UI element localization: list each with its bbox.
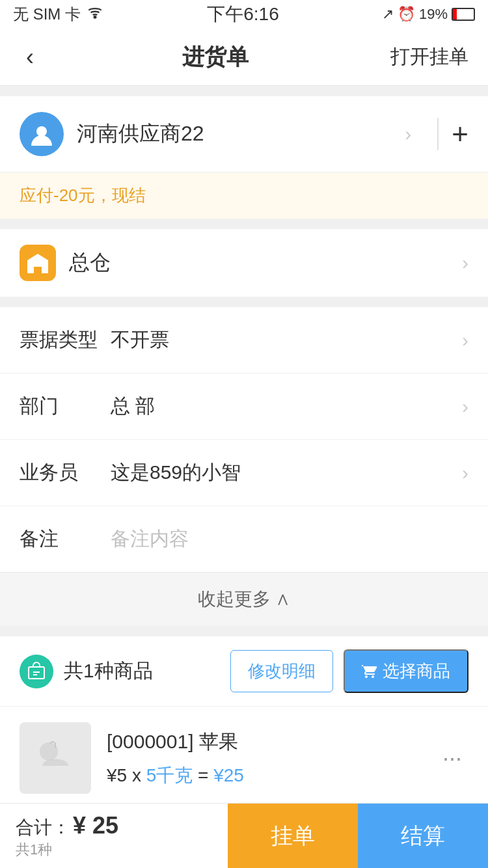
svg-point-0 [94, 16, 96, 18]
product-equals: = [198, 765, 213, 785]
section-gap-4 [0, 626, 488, 636]
product-title: 苹果 [199, 731, 238, 752]
product-total: ¥25 [213, 765, 244, 785]
form-row-salesperson[interactable]: 业务员 这是859的小智 › [0, 439, 488, 506]
product-thumbnail [20, 722, 91, 794]
section-gap-2 [0, 219, 488, 229]
status-bar-left: 无 SIM 卡 [13, 4, 104, 25]
edit-detail-button[interactable]: 修改明细 [230, 650, 333, 692]
carrier-text: 无 SIM 卡 [13, 4, 81, 25]
supplier-divider [437, 118, 439, 150]
battery-text: 19% [419, 6, 448, 23]
status-bar-right: ↗ ⏰ 19% [382, 6, 475, 23]
warehouse-row[interactable]: 总仓 › [0, 229, 488, 297]
department-value: 总 部 [111, 393, 462, 420]
collapse-label: 收起更多 ∧ [198, 587, 291, 612]
remark-label: 备注 [20, 526, 111, 552]
product-info: [0000001] 苹果 ¥5 x 5千克 = ¥25 [107, 729, 436, 788]
product-price-row: ¥5 x 5千克 = ¥25 [107, 763, 436, 788]
warehouse-chevron-icon: › [462, 252, 468, 274]
total-count: 共1种 [16, 840, 212, 860]
supplier-chevron-icon: › [405, 123, 411, 145]
supplier-name: 河南供应商22 [77, 120, 405, 148]
product-unit-price: ¥5 [107, 765, 127, 785]
total-section: 合计： ¥ 25 共1种 [0, 804, 228, 868]
svg-point-1 [36, 126, 47, 137]
warehouse-icon [20, 245, 56, 281]
product-code: [0000001] [107, 731, 193, 752]
department-label: 部门 [20, 393, 111, 420]
warehouse-section[interactable]: 总仓 › [0, 229, 488, 297]
total-amount: ¥ 25 [73, 812, 118, 839]
salesperson-value: 这是859的小智 [111, 459, 462, 486]
department-chevron-icon: › [462, 396, 468, 418]
ticket-value: 不开票 [111, 327, 462, 353]
products-icon [20, 655, 53, 688]
products-header: 共1种商品 修改明细 选择商品 [0, 636, 488, 706]
form-row-ticket[interactable]: 票据类型 不开票 › [0, 307, 488, 373]
battery-icon [452, 8, 475, 21]
product-multiply: x [132, 765, 146, 785]
product-name: [0000001] 苹果 [107, 729, 436, 755]
supplier-row[interactable]: 河南供应商22 › + [0, 96, 488, 172]
form-row-remark[interactable]: 备注 备注内容 [0, 506, 488, 572]
remark-input[interactable]: 备注内容 [111, 526, 468, 552]
salesperson-label: 业务员 [20, 459, 111, 486]
collapse-button[interactable]: 收起更多 ∧ [0, 572, 488, 626]
nav-bar: ‹ 进货单 打开挂单 [0, 29, 488, 86]
form-row-department[interactable]: 部门 总 部 › [0, 373, 488, 439]
ticket-label: 票据类型 [20, 327, 111, 353]
select-product-label: 选择商品 [383, 660, 450, 683]
supplier-avatar [20, 112, 64, 156]
ticket-chevron-icon: › [462, 329, 468, 351]
select-product-button[interactable]: 选择商品 [344, 649, 468, 693]
wifi-icon [86, 5, 104, 23]
checkout-button[interactable]: 结算 [358, 804, 488, 868]
section-gap-3 [0, 297, 488, 307]
product-qty: 5千克 [146, 765, 193, 785]
salesperson-chevron-icon: › [462, 462, 468, 484]
products-count: 共1种商品 [64, 658, 230, 685]
product-item: [0000001] 苹果 ¥5 x 5千克 = ¥25 ··· [0, 706, 488, 809]
payment-notice: 应付-20元，现结 [0, 172, 488, 219]
page-title: 进货单 [182, 42, 249, 72]
section-gap-1 [0, 86, 488, 96]
bottom-bar: 合计： ¥ 25 共1种 挂单 结算 [0, 803, 488, 868]
warehouse-name: 总仓 [69, 249, 462, 277]
status-bar: 无 SIM 卡 下午6:16 ↗ ⏰ 19% [0, 0, 488, 29]
form-section: 票据类型 不开票 › 部门 总 部 › 业务员 这是859的小智 › 备注 备注… [0, 307, 488, 626]
total-label: 合计： [16, 815, 70, 840]
cart-icon [362, 664, 377, 679]
add-supplier-button[interactable]: + [452, 120, 468, 148]
open-pending-button[interactable]: 打开挂单 [390, 44, 468, 70]
product-more-button[interactable]: ··· [436, 738, 468, 778]
back-button[interactable]: ‹ [20, 37, 40, 77]
supplier-section: 河南供应商22 › + 应付-20元，现结 [0, 96, 488, 219]
hang-button[interactable]: 挂单 [228, 804, 358, 868]
location-icon: ↗ [382, 6, 394, 23]
products-section: 共1种商品 修改明细 选择商品 [0000001] 苹果 ¥5 x [0, 636, 488, 809]
alarm-icon: ⏰ [398, 6, 415, 23]
status-bar-time: 下午6:16 [207, 2, 279, 27]
product-thumb-icon [36, 739, 75, 778]
